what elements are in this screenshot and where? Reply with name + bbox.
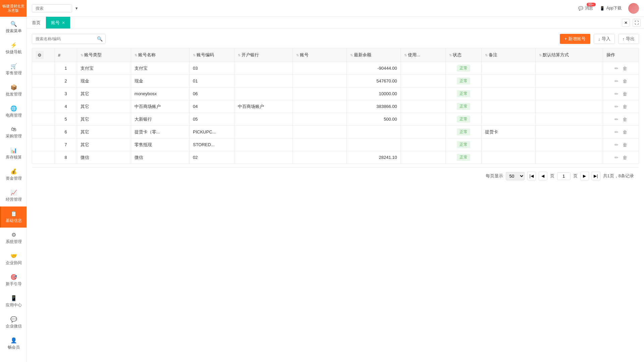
delete-button-6[interactable]: 🗑: [621, 141, 629, 148]
row-account-4: [293, 113, 347, 126]
sidebar-item-member[interactable]: 👤 畅会员: [0, 333, 26, 354]
row-status-0: 正常: [445, 62, 481, 75]
row-bank-3: 中百商场账户: [234, 100, 292, 113]
col-account[interactable]: ⇅账号: [293, 48, 347, 62]
page-label: 页: [550, 173, 554, 179]
col-name[interactable]: ⇅账号名称: [131, 48, 189, 62]
edit-button-1[interactable]: ✏: [613, 78, 620, 84]
edit-button-4[interactable]: ✏: [613, 116, 620, 123]
table-settings-icon[interactable]: ⚙: [36, 51, 44, 59]
row-bank-6: [234, 138, 292, 151]
row-usage-4: [400, 113, 445, 126]
sort-bank-icon: ⇅: [238, 53, 240, 57]
row-default-3: [535, 100, 603, 113]
delete-button-7[interactable]: 🗑: [621, 154, 629, 161]
wholesale-mgmt-icon: 📦: [10, 84, 17, 90]
sidebar-item-newbie-guide[interactable]: 🎯 新手引导: [0, 270, 26, 291]
col-bank[interactable]: ⇅开户银行: [234, 48, 292, 62]
sidebar-item-search-menu[interactable]: 🔍 搜索菜单: [0, 17, 26, 38]
sidebar-item-quick-nav[interactable]: ⚡ 快捷导航: [0, 38, 26, 59]
row-status-3: 正常: [445, 100, 481, 113]
row-type-4: 其它: [77, 113, 131, 126]
sidebar-item-basic-info[interactable]: 📋 基础信息: [0, 206, 26, 228]
col-status[interactable]: ⇅状态: [445, 48, 481, 62]
edit-button-2[interactable]: ✏: [613, 90, 620, 97]
row-name-2: moneybosx: [131, 87, 189, 100]
sort-remark-icon: ⇅: [485, 53, 488, 57]
col-remark[interactable]: ⇅备注: [481, 48, 535, 62]
sidebar-item-app-center[interactable]: 📱 应用中心: [0, 291, 26, 312]
table-row: 6 其它 提货卡（零... PICKUPC... 正常 提货卡 ✏ 🗑: [32, 126, 639, 138]
delete-button-4[interactable]: 🗑: [621, 116, 629, 123]
row-settings-6: [32, 138, 55, 151]
header-search-input[interactable]: [32, 4, 72, 12]
delete-button-0[interactable]: 🗑: [621, 65, 629, 72]
page-size-label: 每页显示: [486, 173, 503, 179]
header-left: ▾: [32, 4, 78, 12]
sidebar-item-wholesale-mgmt[interactable]: 📦 批发管理: [0, 80, 26, 101]
delete-button-1[interactable]: 🗑: [621, 78, 629, 84]
header-dropdown[interactable]: ▾: [75, 6, 78, 11]
row-default-6: [535, 138, 603, 151]
row-settings-3: [32, 100, 55, 113]
row-account-3: [293, 100, 347, 113]
status-badge-1: 正常: [457, 77, 470, 84]
first-page-button[interactable]: |◀: [527, 172, 536, 180]
next-page-button[interactable]: ▶: [580, 172, 589, 180]
page-input[interactable]: [557, 172, 571, 180]
export-button[interactable]: ↑ 导出: [618, 34, 639, 44]
search-input[interactable]: [32, 35, 94, 43]
app-center-icon: 📱: [10, 295, 17, 301]
app-download-button[interactable]: 📱 App下载: [600, 5, 622, 11]
close-tab-button[interactable]: ✕: [622, 19, 630, 27]
edit-button-6[interactable]: ✏: [613, 141, 620, 148]
row-code-2: 06: [189, 87, 234, 100]
sidebar-item-finance[interactable]: 💰 资金管理: [0, 164, 26, 185]
tab-home[interactable]: 首页: [27, 17, 46, 28]
page-of-label: 页: [573, 173, 578, 179]
import-button[interactable]: ↓ 导入: [594, 34, 615, 44]
inventory-icon: 📊: [10, 147, 17, 154]
table-row: 3 其它 moneybosx 06 10000.00 正常 ✏ 🗑: [32, 87, 639, 100]
edit-button-7[interactable]: ✏: [613, 154, 620, 161]
sidebar-item-enterprise-agreement[interactable]: 🤝 企业协同: [0, 249, 26, 270]
col-code[interactable]: ⇅账号编码: [189, 48, 234, 62]
tab-close-icon[interactable]: ✕: [62, 20, 65, 25]
sidebar-item-enterprise-wechat[interactable]: 💬 企业微信: [0, 312, 26, 333]
col-default[interactable]: ⇅默认结算方式: [535, 48, 603, 62]
edit-button-0[interactable]: ✏: [613, 65, 620, 72]
add-account-button[interactable]: + 新增账号: [560, 34, 590, 44]
sidebar-item-inventory[interactable]: 📊 库存核算: [0, 143, 26, 164]
sidebar-item-label: 企业微信: [6, 323, 22, 329]
status-badge-4: 正常: [457, 116, 470, 123]
row-bank-0: [234, 62, 292, 75]
user-avatar[interactable]: [628, 3, 639, 14]
row-bank-7: [234, 151, 292, 164]
delete-button-2[interactable]: 🗑: [621, 90, 629, 97]
page-size-select[interactable]: 102050100: [506, 172, 525, 180]
col-type[interactable]: ⇅账号类型: [77, 48, 131, 62]
tab-account[interactable]: 账号✕: [46, 17, 70, 28]
sidebar: 畅捷通财生意 乐意版 🔍 搜索菜单 ⚡ 快捷导航 🛒 零售管理 📦 批发管理 🌐…: [0, 0, 27, 362]
sidebar-item-retail-mgmt[interactable]: 🛒 零售管理: [0, 59, 26, 80]
last-page-button[interactable]: ▶|: [592, 172, 600, 180]
col-balance[interactable]: ⇅最新余额: [346, 48, 400, 62]
sidebar-item-ecommerce-mgmt[interactable]: 🌐 电商管理: [0, 101, 26, 122]
sidebar-item-purchase-mgmt[interactable]: 🛍 采购管理: [0, 122, 26, 143]
sidebar-item-system-mgmt[interactable]: ⚙ 系统管理: [0, 228, 26, 249]
delete-button-3[interactable]: 🗑: [621, 103, 629, 110]
sidebar-item-label: 资金管理: [6, 176, 22, 181]
row-remark-4: [481, 113, 535, 126]
notify-button[interactable]: 💬 消息 99+: [578, 5, 593, 11]
expand-tab-button[interactable]: ⛶: [633, 19, 641, 27]
delete-button-5[interactable]: 🗑: [621, 129, 629, 135]
prev-page-button[interactable]: ◀: [539, 172, 547, 180]
row-num-3: 4: [55, 100, 77, 113]
sidebar-item-operations[interactable]: 📈 经营管理: [0, 185, 26, 206]
edit-button-3[interactable]: ✏: [613, 103, 620, 110]
search-button[interactable]: 🔍: [94, 34, 105, 44]
edit-button-5[interactable]: ✏: [613, 129, 620, 135]
row-remark-3: [481, 100, 535, 113]
col-usage[interactable]: ⇅使用...: [400, 48, 445, 62]
col-settings[interactable]: ⚙: [32, 48, 55, 62]
